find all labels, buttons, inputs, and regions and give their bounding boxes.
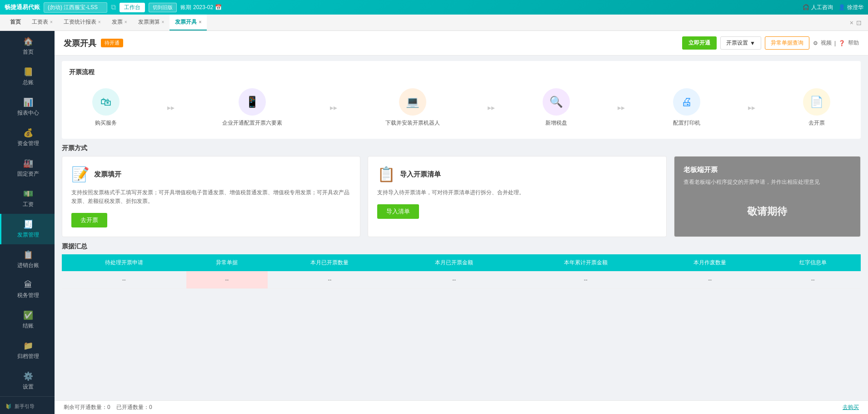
- sidebar-funds-label: 资金管理: [17, 140, 39, 147]
- tab-invoice-calc[interactable]: 发票测算 ×: [133, 15, 170, 30]
- method-card-import: 📋 导入开票清单 支持导入待开票清单，可对待开票清单进行拆分、合并处理。 导入清…: [368, 156, 666, 237]
- summary-section: 票据汇总 待处理开票申请 异常单据 本月已开票数量 本月已开票金额 本年累计开票…: [62, 242, 861, 289]
- tax-icon: 🏛: [24, 280, 32, 290]
- process-title: 开票流程: [69, 68, 853, 76]
- question-icon[interactable]: ❓: [838, 40, 845, 46]
- sidebar-item-archive[interactable]: 📁 归档管理: [0, 335, 55, 366]
- sidebar-item-funds[interactable]: 💰 资金管理: [0, 122, 55, 153]
- step-add-taxbox-label: 新增税盘: [545, 119, 567, 127]
- ledger-icon: 📒: [23, 67, 33, 77]
- col-void-count: 本月作废数量: [655, 254, 765, 271]
- invoice-methods-title: 开票方式: [55, 144, 868, 156]
- tab-invoice-calc-close[interactable]: ×: [162, 20, 165, 25]
- col-red-info: 红字信息单: [765, 254, 861, 271]
- tab-invoice-tool-close[interactable]: ×: [199, 20, 201, 25]
- invoice-mgmt-icon: 🧾: [23, 219, 33, 229]
- headset-icon: 🎧: [803, 4, 809, 10]
- video-label[interactable]: 视频: [821, 39, 832, 47]
- old-invoice-title: 老板端开票: [683, 166, 851, 174]
- workspace-button[interactable]: 工作台: [120, 3, 145, 12]
- step-add-taxbox[interactable]: 🔍 新增税盘: [543, 88, 570, 127]
- period-value: 2023-02: [193, 4, 213, 10]
- tab-salary-close[interactable]: ×: [50, 20, 53, 25]
- open-now-button[interactable]: 立即开通: [682, 36, 717, 50]
- service-label: 人工咨询: [811, 4, 833, 11]
- cell-month-count: --: [268, 271, 392, 289]
- open-settings-button[interactable]: 开票设置 ▼: [720, 36, 761, 50]
- new-guide-icon: 🔰: [5, 404, 12, 409]
- cell-month-amount: --: [392, 271, 516, 289]
- import-invoice-button[interactable]: 导入清单: [377, 204, 419, 219]
- step-issue-invoice[interactable]: 📄 去开票: [803, 88, 830, 127]
- company-selector[interactable]: (勿动) 江西服宝-LSS: [44, 2, 107, 13]
- tab-invoice[interactable]: 发票 ×: [106, 15, 133, 30]
- method-card-manual-header: 📝 发票填开: [71, 166, 351, 183]
- tab-salary[interactable]: 工资表 ×: [26, 15, 58, 30]
- sidebar-archive-label: 归档管理: [17, 353, 39, 360]
- method-card-import-header: 📋 导入开票清单: [377, 166, 657, 183]
- col-abnormal: 异常单据: [186, 254, 268, 271]
- calendar-icon[interactable]: 📅: [215, 4, 222, 10]
- import-invoice-icon: 📋: [377, 166, 395, 183]
- arrow-4: ▸▸: [618, 103, 625, 112]
- sidebar-item-settings[interactable]: ⚙️ 设置: [0, 366, 55, 396]
- sidebar-item-settlement[interactable]: ✅ 结账: [0, 305, 55, 335]
- invoice-methods: 📝 发票填开 支持按照发票格式手工填写开发票；可开具增值税电子普通发票、增值税普…: [62, 156, 861, 237]
- settings-icon: ⚙️: [23, 371, 33, 381]
- sidebar-bottom: 🔰 新手引导 👑 畅会员 📌 取消固定: [0, 396, 55, 414]
- switch-old-button[interactable]: 切到旧版: [149, 3, 177, 12]
- tab-salary-report-close[interactable]: ×: [98, 20, 101, 25]
- tab-salary-label: 工资表: [32, 18, 48, 26]
- sidebar-item-reports[interactable]: 📊 报表中心: [0, 92, 55, 122]
- tab-home[interactable]: 首页: [5, 15, 26, 30]
- sidebar-tax-label: 税务管理: [17, 292, 39, 299]
- help-label[interactable]: 帮助: [848, 39, 859, 47]
- settings-gear-icon[interactable]: ⚙: [813, 40, 818, 46]
- sidebar-purchase-sales-label: 进销台账: [17, 262, 39, 269]
- manual-invoice-desc: 支持按照发票格式手工填写开发票；可开具增值税电子普通发票、增值税普通发票、增值税…: [71, 188, 351, 206]
- user-profile-button[interactable]: 👤 徐澄华: [838, 4, 863, 11]
- tab-invoice-tool[interactable]: 发票开具 ×: [170, 15, 207, 30]
- main-layout: 🏠 首页 📒 总账 📊 报表中心 💰 资金管理 🏭 固定资产 💵 工资 🧾 发票…: [0, 31, 868, 414]
- buy-service-icon: 🛍: [92, 88, 120, 116]
- sidebar-item-new-guide[interactable]: 🔰 新手引导: [0, 400, 55, 413]
- copy-icon[interactable]: ⧉: [111, 3, 116, 11]
- import-invoice-desc: 支持导入待开票清单，可对待开票清单进行拆分、合并处理。: [377, 188, 657, 197]
- sidebar-reports-label: 报表中心: [17, 109, 39, 117]
- sidebar-item-invoice-mgmt[interactable]: 🧾 发票管理: [0, 214, 55, 244]
- main-content: 发票开具 待开通 立即开通 开票设置 ▼ 异常单据查询 ⚙ 视频 | ❓ 帮助: [55, 31, 868, 414]
- tab-salary-report[interactable]: 工资统计报表 ×: [58, 15, 106, 30]
- window-restore-button[interactable]: ⊡: [856, 19, 862, 26]
- sidebar-item-purchase-sales[interactable]: 📋 进销台账: [0, 244, 55, 275]
- window-controls: × ⊡: [850, 15, 863, 30]
- step-buy-service[interactable]: 🛍 购买服务: [92, 88, 120, 127]
- sidebar-item-home[interactable]: 🏠 首页: [0, 31, 55, 61]
- period-info: 账期 2023-02 📅: [180, 4, 222, 11]
- page-header-actions: 立即开通 开票设置 ▼ 异常单据查询 ⚙ 视频 | ❓ 帮助: [682, 36, 859, 50]
- arrow-5: ▸▸: [748, 103, 755, 112]
- page-title-area: 发票开具 待开通: [64, 38, 123, 49]
- step-config-printer[interactable]: 🖨 配置打印机: [673, 88, 700, 127]
- step-configure[interactable]: 📱 企业开通配置开票六要素: [222, 88, 282, 127]
- step-config-printer-label: 配置打印机: [673, 119, 700, 127]
- cell-abnormal: --: [186, 271, 268, 289]
- sidebar-item-salary[interactable]: 💵 工资: [0, 183, 55, 214]
- sidebar-item-fixed-assets[interactable]: 🏭 固定资产: [0, 153, 55, 183]
- window-close-button[interactable]: ×: [850, 19, 853, 26]
- home-icon: 🏠: [23, 36, 33, 46]
- remaining-count-label: 剩余可开通数量：0 已开通数量：0: [64, 404, 152, 411]
- summary-title: 票据汇总: [62, 242, 861, 251]
- step-download-robot[interactable]: 💻 下载并安装开票机器人: [385, 88, 440, 127]
- tab-invoice-close[interactable]: ×: [125, 20, 127, 25]
- nav-tabs: 首页 工资表 × 工资统计报表 × 发票 × 发票测算 × 发票开具 × × ⊡: [0, 15, 868, 31]
- abnormal-query-button[interactable]: 异常单据查询: [765, 36, 809, 50]
- top-bar-right: 🎧 人工咨询 👤 徐澄华: [803, 4, 863, 11]
- sidebar-item-ledger[interactable]: 📒 总账: [0, 61, 55, 92]
- col-pending: 待处理开票申请: [62, 254, 186, 271]
- sidebar-salary-label: 工资: [23, 201, 34, 208]
- customer-service-button[interactable]: 🎧 人工咨询: [803, 4, 833, 11]
- sidebar-item-tax[interactable]: 🏛 税务管理: [0, 275, 55, 305]
- buy-link[interactable]: 去购买: [843, 404, 859, 411]
- page-header: 发票开具 待开通 立即开通 开票设置 ▼ 异常单据查询 ⚙ 视频 | ❓ 帮助: [55, 31, 868, 56]
- manual-invoice-button[interactable]: 去开票: [71, 213, 107, 227]
